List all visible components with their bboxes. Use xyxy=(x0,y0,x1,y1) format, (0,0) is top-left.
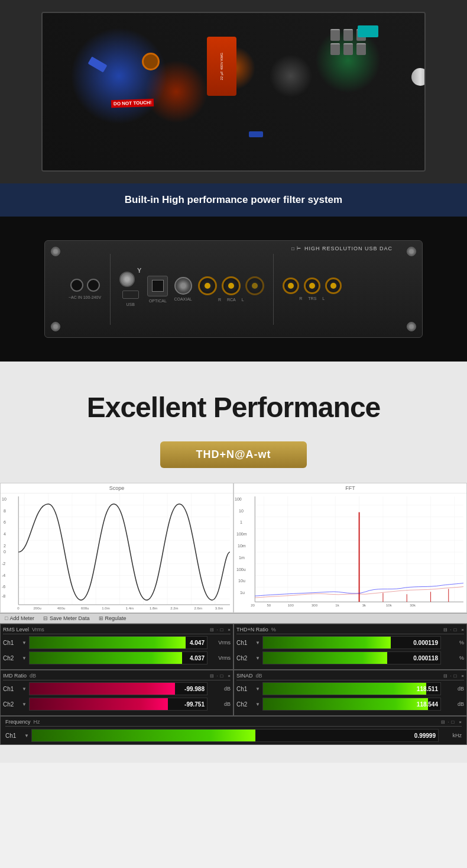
imd-ch1-value: -99.988 xyxy=(184,686,205,692)
svg-text:1.0m: 1.0m xyxy=(102,606,109,610)
thd-expand[interactable]: □ xyxy=(453,627,456,633)
rms-ch2-unit: Vrms xyxy=(210,655,231,661)
svg-text:200u: 200u xyxy=(33,606,41,610)
rms-restore[interactable]: · xyxy=(216,627,218,633)
imd-ch2-row: Ch2 ▼ -99.751 dB xyxy=(3,698,231,711)
sinad-ch2-arrow[interactable]: ▼ xyxy=(255,702,260,707)
rms-ch2-value: 4.037 xyxy=(190,655,205,662)
rca-l-label: L xyxy=(242,298,244,302)
blue-component-2 xyxy=(249,131,263,137)
thd-close[interactable]: × xyxy=(461,627,464,633)
imd-title: IMD Ratio dB xyxy=(3,673,36,679)
rms-title: RMS Level Vrms xyxy=(3,627,44,633)
antenna-connector xyxy=(119,272,135,287)
cap-6 xyxy=(356,43,366,55)
svg-text:0: 0 xyxy=(4,550,6,554)
rms-ch1-arrow[interactable]: ▼ xyxy=(22,640,27,646)
thd-panel: THD+N Ratio % ⊟ · □ × Ch1 ▼ 0.000119 % xyxy=(234,624,467,670)
sinad-ch1-fill xyxy=(263,683,426,695)
rms-ch1-label: Ch1 xyxy=(3,640,20,646)
rca-group xyxy=(198,276,264,295)
thd-ch2-arrow[interactable]: ▼ xyxy=(255,656,260,661)
sinad-ch1-row: Ch1 ▼ 118.511 dB xyxy=(236,682,464,695)
add-meter-btn[interactable]: □ Add Meter xyxy=(5,615,34,621)
freq-header: Frequency Hz ⊟ · □ × xyxy=(5,719,462,727)
teal-component xyxy=(358,25,378,37)
sinad-header: SINAD dB ⊟ · □ × xyxy=(236,673,464,680)
thd-ch1-arrow[interactable]: ▼ xyxy=(255,640,260,646)
warning-label: DO NOT TOUCH! xyxy=(111,99,154,108)
trs-r-label: R xyxy=(299,296,302,301)
cap-4 xyxy=(330,43,340,55)
ac-label: ~AC IN 100-240V xyxy=(69,295,101,299)
sinad-title-text: SINAD xyxy=(236,673,253,679)
dac-section: HIGH RESOLUTION USB DAC ~AC IN 100-240V … xyxy=(0,217,467,362)
sinad-ch2-fill xyxy=(263,698,428,710)
freq-ch1-arrow[interactable]: ▼ xyxy=(24,733,29,738)
thd-title-text: THD+N Ratio xyxy=(236,627,268,633)
sinad-unit: dB xyxy=(256,673,262,679)
thd-minimize[interactable]: ⊟ xyxy=(443,627,447,633)
dac-label-text: HIGH RESOLUTION USB DAC xyxy=(304,246,393,251)
freq-ch1-bar: 0.99999 xyxy=(31,729,439,742)
freq-restore[interactable]: · xyxy=(447,719,449,725)
svg-text:2.6m: 2.6m xyxy=(194,606,202,610)
sinad-expand[interactable]: □ xyxy=(453,673,456,679)
imd-panel: IMD Ratio dB ⊟ · □ × Ch1 ▼ -99.988 dB xyxy=(0,670,234,716)
regulate-btn[interactable]: ⊞ Regulate xyxy=(99,615,127,621)
imd-restore[interactable]: · xyxy=(216,673,218,679)
optical-switch xyxy=(147,276,168,296)
thd-icons: ⊟ · □ × xyxy=(443,627,464,633)
imd-minimize[interactable]: ⊟ xyxy=(210,673,214,679)
rms-ch2-label: Ch2 xyxy=(3,655,20,662)
svg-text:-4: -4 xyxy=(2,573,5,577)
scope-chart: Scope xyxy=(0,483,234,613)
usb-label: USB xyxy=(127,302,135,306)
imd-ch2-arrow[interactable]: ▼ xyxy=(22,702,27,707)
sinad-close[interactable]: × xyxy=(461,673,464,679)
svg-text:300: 300 xyxy=(312,604,318,607)
rms-minimize[interactable]: ⊟ xyxy=(210,627,214,633)
thd-ch2-fill xyxy=(263,652,387,664)
thd-ch2-label: Ch2 xyxy=(236,655,253,662)
imd-title-text: IMD Ratio xyxy=(3,673,27,679)
coil-component xyxy=(142,53,160,70)
sinad-icons: ⊟ · □ × xyxy=(443,673,464,679)
freq-close[interactable]: × xyxy=(459,719,462,725)
sinad-ch2-value: 118.544 xyxy=(417,701,438,708)
save-meter-label: Save Meter Data xyxy=(50,615,90,621)
svg-text:-8: -8 xyxy=(2,594,5,598)
thd-ch1-unit: % xyxy=(443,640,464,646)
freq-expand[interactable]: □ xyxy=(451,719,454,725)
performance-title: Excellent Performance xyxy=(87,391,381,424)
svg-text:100m: 100m xyxy=(236,532,247,536)
sinad-minimize[interactable]: ⊟ xyxy=(443,673,447,679)
sinad-restore[interactable]: · xyxy=(450,673,451,679)
svg-text:8: 8 xyxy=(4,509,6,513)
save-meter-btn[interactable]: ⊟ Save Meter Data xyxy=(43,615,90,621)
rms-close[interactable]: × xyxy=(228,627,231,633)
socket-2 xyxy=(87,279,100,292)
main-capacitor: 22 μF 400V KMG xyxy=(207,37,236,96)
coaxial-port xyxy=(174,277,192,295)
trs-l-label: L xyxy=(322,296,325,301)
divider-1 xyxy=(110,254,111,325)
imd-expand[interactable]: □ xyxy=(220,673,223,679)
freq-ch1-value: 0.99999 xyxy=(414,733,436,739)
rms-expand[interactable]: □ xyxy=(220,627,223,633)
rms-ch2-arrow[interactable]: ▼ xyxy=(22,656,27,661)
imd-close[interactable]: × xyxy=(228,673,231,679)
thd-ch2-bar: 0.000118 xyxy=(262,651,441,664)
thd-title: THD+N Ratio % xyxy=(236,627,276,633)
thd-restore[interactable]: · xyxy=(450,627,451,633)
freq-minimize[interactable]: ⊟ xyxy=(441,719,445,725)
scope-svg: 10 8 6 4 2 0 -2 -4 -6 -8 0 200u 400u xyxy=(1,493,233,611)
thd-badge: THD+N@A-wt xyxy=(160,441,306,468)
sinad-ch1-arrow[interactable]: ▼ xyxy=(255,686,260,692)
thd-ch2-row: Ch2 ▼ 0.000118 % xyxy=(236,651,464,664)
fft-title: FFT xyxy=(234,483,466,493)
silver-connector xyxy=(411,68,426,86)
imd-ch1-arrow[interactable]: ▼ xyxy=(22,686,27,692)
sinad-ch2-row: Ch2 ▼ 118.544 dB xyxy=(236,698,464,711)
rms-ch1-unit: Vrms xyxy=(210,640,231,646)
